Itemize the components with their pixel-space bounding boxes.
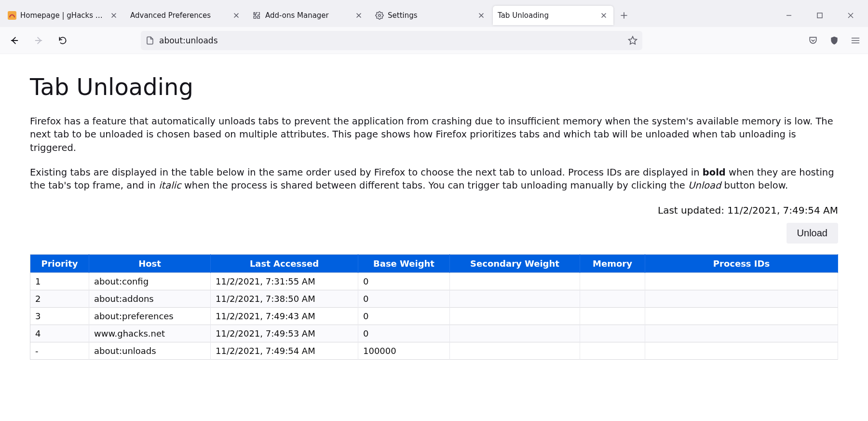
ghacks-favicon-icon (8, 11, 16, 20)
cell-last_accessed: 11/2/2021, 7:49:54 AM (211, 342, 358, 360)
col-header-base-weight[interactable]: Base Weight (358, 255, 450, 273)
table-row: 2about:addons11/2/2021, 7:38:50 AM0 (30, 290, 838, 308)
cell-base_weight: 0 (358, 273, 450, 290)
para2-part-a: Existing tabs are displayed in the table… (30, 167, 703, 178)
close-icon (233, 13, 239, 18)
window-minimize-button[interactable] (780, 7, 798, 24)
col-header-host[interactable]: Host (89, 255, 211, 273)
table-row: 3about:preferences11/2/2021, 7:49:43 AM0 (30, 308, 838, 325)
tab-close-button[interactable] (354, 11, 364, 20)
cell-priority: - (30, 342, 89, 360)
tab-ghacks[interactable]: Homepage | gHacks Tech (3, 6, 123, 25)
cell-host: about:unloads (89, 342, 211, 360)
bookmark-star-button[interactable] (628, 36, 637, 45)
para2-part-d: button below. (721, 180, 788, 191)
tab-label: Advanced Preferences (130, 11, 228, 20)
cell-memory (580, 342, 645, 360)
pocket-button[interactable] (808, 36, 818, 45)
toolbar-right-icons (808, 36, 862, 45)
star-icon (628, 36, 637, 45)
cell-priority: 4 (30, 325, 89, 342)
url-bar[interactable]: about:unloads (141, 31, 642, 50)
pocket-icon (808, 36, 818, 45)
table-header-row: Priority Host Last Accessed Base Weight … (30, 255, 838, 273)
cell-priority: 3 (30, 308, 89, 325)
close-icon (111, 13, 117, 18)
intro-paragraph-2: Existing tabs are displayed in the table… (30, 166, 838, 192)
app-menu-button[interactable] (851, 36, 860, 45)
cell-host: about:config (89, 273, 211, 290)
svg-rect-0 (8, 11, 16, 20)
cell-priority: 2 (30, 290, 89, 308)
cell-memory (580, 290, 645, 308)
tab-label: Tab Unloading (498, 11, 595, 20)
cell-memory (580, 273, 645, 290)
arrow-left-icon (9, 35, 20, 46)
cell-secondary_weight (450, 308, 580, 325)
minimize-icon (786, 12, 792, 19)
cell-last_accessed: 11/2/2021, 7:31:55 AM (211, 273, 358, 290)
table-row: 1about:config11/2/2021, 7:31:55 AM0 (30, 273, 838, 290)
unload-button[interactable]: Unload (787, 223, 838, 244)
col-header-memory[interactable]: Memory (580, 255, 645, 273)
cell-host: www.ghacks.net (89, 325, 211, 342)
tab-label: Settings (388, 11, 473, 20)
tab-close-button[interactable] (599, 11, 609, 20)
cell-host: about:addons (89, 290, 211, 308)
cell-base_weight: 0 (358, 290, 450, 308)
tab-close-button[interactable] (231, 11, 241, 20)
tab-advanced-preferences[interactable]: Advanced Preferences (125, 6, 246, 25)
window-controls (780, 7, 865, 24)
close-icon (847, 12, 854, 19)
window-close-button[interactable] (842, 7, 859, 24)
page-content: Tab Unloading Firefox has a feature that… (0, 54, 868, 379)
cell-secondary_weight (450, 325, 580, 342)
cell-base_weight: 0 (358, 308, 450, 325)
shield-icon (829, 36, 839, 45)
url-text: about:unloads (159, 36, 623, 45)
tab-addons-manager[interactable]: Add-ons Manager (248, 6, 368, 25)
last-updated-row: Last updated: 11/2/2021, 7:49:54 AM Unlo… (30, 204, 838, 244)
close-icon (601, 13, 607, 18)
cell-process_ids (645, 342, 838, 360)
intro-paragraph-1: Firefox has a feature that automatically… (30, 115, 838, 154)
close-icon (356, 13, 362, 18)
window-maximize-button[interactable] (811, 7, 828, 24)
reload-button[interactable] (54, 32, 71, 49)
cell-last_accessed: 11/2/2021, 7:38:50 AM (211, 290, 358, 308)
col-header-secondary-weight[interactable]: Secondary Weight (450, 255, 580, 273)
back-button[interactable] (6, 32, 23, 49)
para2-bold: bold (703, 167, 726, 178)
new-tab-button[interactable] (615, 7, 633, 24)
tab-close-button[interactable] (109, 11, 119, 20)
col-header-last-accessed[interactable]: Last Accessed (211, 255, 358, 273)
para2-part-c: when the process is shared between diffe… (181, 180, 688, 191)
puzzle-icon (253, 11, 261, 20)
forward-button[interactable] (30, 32, 47, 49)
page-info-icon[interactable] (146, 36, 154, 45)
last-updated-label: Last updated: (658, 204, 727, 216)
tab-unloading[interactable]: Tab Unloading (493, 6, 613, 25)
tab-settings[interactable]: Settings (370, 6, 491, 25)
tab-label: Add-ons Manager (265, 11, 350, 20)
svg-point-1 (379, 14, 381, 17)
close-icon (478, 13, 484, 18)
cell-secondary_weight (450, 273, 580, 290)
plus-icon (620, 12, 628, 19)
ublock-button[interactable] (829, 36, 839, 45)
tabs-table: Priority Host Last Accessed Base Weight … (30, 254, 838, 360)
cell-process_ids (645, 325, 838, 342)
page-title: Tab Unloading (30, 73, 838, 100)
para2-italic: italic (159, 180, 181, 191)
arrow-right-icon (33, 35, 44, 46)
last-updated-value: 11/2/2021, 7:49:54 AM (727, 204, 838, 216)
cell-base_weight: 0 (358, 325, 450, 342)
cell-host: about:preferences (89, 308, 211, 325)
svg-marker-3 (629, 36, 637, 44)
tab-close-button[interactable] (476, 11, 486, 20)
cell-process_ids (645, 308, 838, 325)
maximize-icon (816, 12, 823, 19)
col-header-priority[interactable]: Priority (30, 255, 89, 273)
col-header-process-ids[interactable]: Process IDs (645, 255, 838, 273)
tab-strip: Homepage | gHacks Tech Advanced Preferen… (0, 0, 868, 27)
